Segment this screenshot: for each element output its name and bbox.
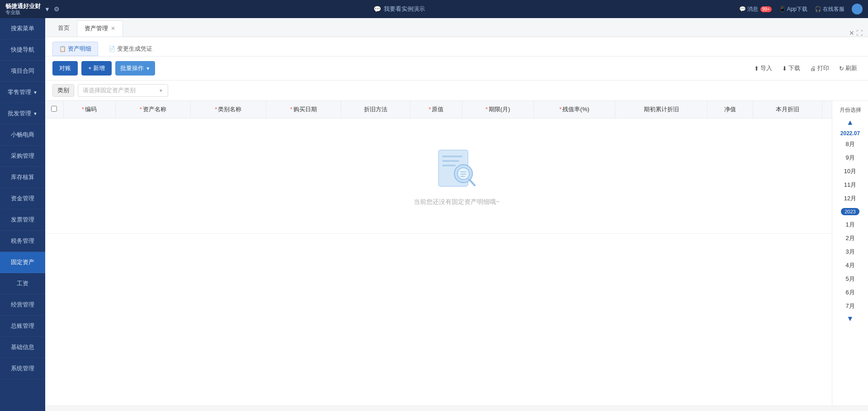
sidebar-item-invoice[interactable]: 发票管理 [0, 209, 45, 231]
download-icon: ⬇ [782, 65, 787, 72]
category-label: 类别 [52, 84, 74, 97]
sidebar-item-ops[interactable]: 经营管理 [0, 294, 45, 316]
sidebar-item-quick-nav[interactable]: 快捷导航 [0, 39, 45, 61]
sidebar-label-retail: 零售管理 [8, 88, 31, 96]
user-avatar[interactable] [852, 4, 863, 14]
main-layout: 搜索菜单 快捷导航 项目合同 零售管理 ▼ 批发管理 ▼ 小畅电商 采购管理 库… [0, 18, 868, 411]
col-name: *资产名称 [115, 101, 191, 118]
month-panel-title: 月份选择 [840, 104, 861, 117]
tab-asset-mgmt-label: 资产管理 [85, 24, 108, 33]
sub-tab-asset-detail-label: 资产明细 [68, 45, 91, 53]
download-button[interactable]: ⬇ 下载 [778, 61, 804, 75]
add-button[interactable]: + 新增 [81, 61, 112, 76]
month-item-1[interactable]: 1月 [832, 218, 868, 231]
year-2023-badge-container: 2023 [841, 207, 859, 216]
sidebar-label-general-ledger: 总账管理 [11, 322, 34, 330]
settings-icon[interactable]: ⚙ [54, 5, 60, 13]
dropdown-arrow-icon[interactable]: ▼ [44, 6, 50, 13]
select-all-checkbox[interactable] [51, 106, 57, 112]
batch-ops-arrow-icon: ▼ [146, 66, 150, 71]
sidebar-label-finance: 资金管理 [11, 194, 34, 203]
sidebar-item-salary[interactable]: 工资 [0, 273, 45, 294]
sub-tab-asset-detail[interactable]: 📋 资产明细 [52, 42, 98, 56]
online-service-button[interactable]: 🎧 在线客服 [815, 5, 844, 13]
close-panel-icon[interactable]: ✕ [849, 29, 854, 37]
add-label: + 新增 [88, 64, 105, 72]
month-nav-down-icon[interactable]: ▼ [845, 313, 856, 325]
table-and-month-panel: *编码 *资产名称 *类别名称 *购买日期 折旧方法 *原值 *期限(月) *残… [45, 101, 868, 406]
tab-home[interactable]: 首页 [51, 20, 77, 37]
sidebar-item-tax[interactable]: 税务管理 [0, 231, 45, 252]
sidebar-item-basic-info[interactable]: 基础信息 [0, 337, 45, 358]
category-select-arrow-icon: ▼ [159, 88, 163, 93]
month-item-9[interactable]: 9月 [832, 151, 868, 165]
svg-rect-2 [442, 160, 459, 162]
month-item-3[interactable]: 3月 [832, 245, 868, 259]
message-icon: 💬 [739, 6, 746, 12]
tab-close-icon[interactable]: ✕ [111, 25, 115, 32]
sidebar-item-wholesale[interactable]: 批发管理 ▼ [0, 103, 45, 124]
sidebar-item-system[interactable]: 系统管理 [0, 358, 45, 379]
sidebar: 搜索菜单 快捷导航 项目合同 零售管理 ▼ 批发管理 ▼ 小畅电商 采购管理 库… [0, 18, 45, 411]
toolbar-right: ⬆ 导入 ⬇ 下载 🖨 打印 ↻ 刷新 [750, 61, 861, 75]
message-button[interactable]: 💬 消息 99+ [739, 5, 772, 13]
content-area: 📋 资产明细 📄 变更生成凭证 对账 + 新增 批量操作 ▼ [45, 37, 868, 411]
sidebar-item-fixed-assets[interactable]: 固定资产 [0, 252, 45, 273]
sidebar-label-quick-nav: 快捷导航 [11, 46, 34, 54]
svg-rect-1 [442, 156, 462, 157]
reconcile-label: 对账 [59, 64, 71, 72]
col-category: *类别名称 [191, 101, 266, 118]
empty-text: 当前您还没有固定资产明细哦~ [414, 198, 500, 206]
col-depreciation-method: 折旧方法 [341, 101, 410, 118]
headset-icon: 🎧 [815, 6, 821, 12]
sidebar-item-finance[interactable]: 资金管理 [0, 188, 45, 209]
top-bar: 畅捷通好业财 专业版 ▼ ⚙ 💬 我要看实例演示 💬 消息 99+ 📱 App下… [0, 0, 868, 18]
month-item-12[interactable]: 12月 [832, 192, 868, 205]
sidebar-item-project[interactable]: 项目合同 [0, 61, 45, 82]
app-download-button[interactable]: 📱 App下载 [779, 5, 807, 13]
month-nav-up-icon[interactable]: ▲ [845, 117, 856, 128]
batch-ops-button[interactable]: 批量操作 ▼ [115, 61, 155, 76]
sidebar-label-salary: 工资 [17, 279, 28, 288]
sidebar-item-inventory[interactable]: 库存核算 [0, 167, 45, 188]
sub-tab-change-voucher[interactable]: 📄 变更生成凭证 [102, 42, 159, 56]
table-container: *编码 *资产名称 *类别名称 *购买日期 折旧方法 *原值 *期限(月) *残… [45, 101, 868, 406]
reconcile-button[interactable]: 对账 [52, 61, 78, 76]
demo-link[interactable]: 我要看实例演示 [384, 5, 425, 13]
import-icon: ⬆ [754, 65, 759, 72]
category-select[interactable]: 请选择固定资产类别 ▼ [78, 84, 168, 97]
month-item-5[interactable]: 5月 [832, 272, 868, 286]
empty-state: 当前您还没有固定资产明细哦~ [45, 118, 868, 233]
month-item-8[interactable]: 8月 [832, 137, 868, 151]
col-accumulated-depreciation: 期初累计折旧 [615, 101, 708, 118]
sidebar-item-purchase[interactable]: 采购管理 [0, 146, 45, 167]
sidebar-label-search: 搜索菜单 [11, 24, 34, 33]
bottom-scroll-bar[interactable] [45, 406, 868, 411]
app-logo: 畅捷通好业财 专业版 [5, 3, 41, 16]
sidebar-item-general-ledger[interactable]: 总账管理 [0, 316, 45, 337]
import-button[interactable]: ⬆ 导入 [750, 61, 776, 75]
current-year-display[interactable]: 2022.07 [840, 128, 860, 137]
svg-point-5 [458, 168, 469, 180]
expand-panel-icon[interactable]: ⛶ [856, 29, 863, 37]
tab-home-label: 首页 [58, 24, 70, 32]
month-item-2[interactable]: 2月 [832, 231, 868, 245]
refresh-button[interactable]: ↻ 刷新 [835, 61, 861, 75]
sidebar-item-search[interactable]: 搜索菜单 [0, 18, 45, 39]
sub-tab-bar: 📋 资产明细 📄 变更生成凭证 [45, 37, 868, 57]
month-item-4[interactable]: 4月 [832, 259, 868, 272]
print-button[interactable]: 🖨 打印 [807, 61, 833, 75]
download-label: 下载 [788, 64, 800, 72]
month-item-7[interactable]: 7月 [832, 299, 868, 313]
message-badge: 99+ [760, 6, 772, 12]
month-item-10[interactable]: 10月 [832, 165, 868, 178]
sidebar-item-ecommerce[interactable]: 小畅电商 [0, 124, 45, 146]
batch-ops-label: 批量操作 [120, 64, 144, 72]
sidebar-item-retail[interactable]: 零售管理 ▼ [0, 82, 45, 103]
sidebar-arrow-wholesale: ▼ [33, 111, 38, 116]
print-label: 打印 [817, 64, 829, 72]
tab-asset-mgmt[interactable]: 资产管理 ✕ [77, 20, 123, 37]
month-item-6[interactable]: 6月 [832, 286, 868, 299]
month-item-11[interactable]: 11月 [832, 178, 868, 192]
col-residual-rate: *残值率(%) [533, 101, 615, 118]
